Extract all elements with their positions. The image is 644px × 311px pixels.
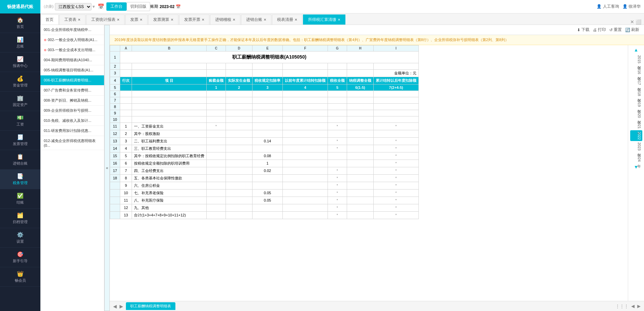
sidebar-item-ledger[interactable]: 📊总账 (0, 33, 40, 53)
company-select[interactable]: 江西股宝-LSS (55, 3, 92, 10)
tab-check[interactable]: 进销稽核✕ (210, 14, 240, 25)
tab-invoice-calc[interactable]: 发票测算✕ (148, 14, 178, 25)
left-panel-item-009[interactable]: 009-企业所得税弥补亏损明... (40, 106, 104, 116)
year-item-2019年[interactable]: 2019年 (630, 97, 642, 108)
header-row-1: 4行次项 目账载金额实际发生金额税收规定扣除率以前年度累计结转扣除额税收全额纳税… (110, 77, 419, 84)
tab-invoice[interactable]: 发票✕ (125, 14, 147, 25)
table-row: 6 (110, 91, 419, 97)
year-item-2015年[interactable]: 2015年 (630, 54, 642, 65)
table-row: 3金额单位：元 (110, 69, 419, 77)
tab-purchase[interactable]: 进销台账✕ (241, 14, 271, 25)
year-item-2022年[interactable]: 2022年 (630, 130, 642, 141)
sidebar-item-fund[interactable]: 💰资金管理 (0, 72, 40, 92)
tab-close-purchase[interactable]: ✕ (264, 18, 266, 22)
left-panel-item-011[interactable]: 011-研发费用加计扣除优惠... (40, 126, 104, 136)
sidebar-item-purchase[interactable]: 📋进销台账 (0, 150, 40, 170)
ledger-icon: 📊 (17, 36, 24, 43)
left-panel-item-007[interactable]: 007-广告费和业务宣传费明... (40, 85, 104, 96)
year-item-2023年[interactable]: 2023年 (630, 141, 642, 152)
tab-close-tax-list[interactable]: ✕ (295, 18, 297, 22)
tab-close-invoice-open[interactable]: ✕ (202, 18, 204, 22)
tab-close-salary[interactable]: ✕ (78, 18, 80, 22)
support-link[interactable]: 👤 人工客询 (597, 4, 619, 9)
sidebar-item-archive[interactable]: 🗂️归档管理 (0, 209, 40, 228)
period-label: 账期 2023-02 📅 (150, 4, 181, 9)
invoice-icon: 🧾 (17, 134, 24, 140)
sidebar-item-tax[interactable]: 📑税务管理 (0, 170, 40, 189)
sidebar-item-settings[interactable]: ⚙️设置 (0, 228, 40, 248)
tab-home[interactable]: 首页 (40, 14, 59, 25)
year-item-2021年[interactable]: 2021年 (630, 119, 642, 130)
print-button[interactable]: 🖨 打印 (593, 27, 606, 33)
tab-tax-list[interactable]: 税表清册✕ (272, 14, 302, 25)
sidebar-item-report[interactable]: 📈报表中心 (0, 53, 40, 72)
tab-close-invoice[interactable]: ✕ (140, 18, 142, 22)
tab-close-income-tax[interactable]: ✕ (338, 18, 340, 22)
table-row: 13合计(1+3+4+7+8+9+10+11+12)** (110, 211, 419, 219)
year-item-2017年[interactable]: 2017年 (630, 75, 642, 86)
left-panel-item-001[interactable]: 001-企业所得税年度纳税申... (40, 25, 104, 35)
left-panel-item-008[interactable]: 008-资产折旧、摊销及纳税... (40, 96, 104, 106)
table-row: 133二、职工福利费支出0.14** (110, 137, 419, 145)
sheet-next-icon[interactable]: ▶ (120, 304, 123, 309)
tab-close-all-icon[interactable]: ✕ (630, 19, 634, 25)
report-icon: 📈 (17, 56, 24, 62)
guide-icon: 🎯 (17, 251, 24, 257)
table-row: 188五、各类基本社会保障性缴款** (110, 174, 419, 182)
tab-salary-report[interactable]: 工资统计报表✕ (86, 14, 125, 25)
left-panel-item-012[interactable]: 012-减免企业所得税优惠明细表(0... (40, 136, 104, 150)
company-dropdown-icon[interactable]: ▼ (92, 4, 96, 9)
company-prefix: (勿删) (44, 4, 54, 9)
tab-invoice-open[interactable]: 发票开票✕ (179, 14, 209, 25)
salary-icon: 💵 (17, 114, 24, 121)
left-panel-item-005[interactable]: 005-纳税调整项目明细表(A1... (40, 65, 104, 75)
refresh-button[interactable]: 🔄 刷新 (625, 27, 639, 33)
year-item-2020年[interactable]: 2020年 (630, 108, 642, 119)
left-panel-item-010[interactable]: 010-免税、减收收入及加计... (40, 116, 104, 126)
sidebar-item-close[interactable]: ✅结账 (0, 189, 40, 209)
table-row: 9 (110, 110, 419, 116)
tab-close-salary-report[interactable]: ✕ (117, 18, 120, 22)
sidebar-item-home[interactable]: 🏠首页 (0, 13, 40, 33)
sidebar-item-salary[interactable]: 💵工资 (0, 111, 40, 131)
sidebar-item-guide[interactable]: 🎯新手引导 (0, 248, 40, 267)
sidebar-item-invoice[interactable]: 🧾发票管理 (0, 131, 40, 150)
bottom-tab-salary[interactable]: 职工薪酬纳税调整明细表 (126, 302, 175, 310)
left-panel-item-003[interactable]: ⊗003-一般企业成本支出明细... (40, 45, 104, 55)
asset-icon: 🏢 (17, 95, 24, 101)
col-header-row: ABCDEFGHI (110, 45, 419, 51)
year-panel: ▲ 2015年2016年2017年2018年2019年2020年2021年202… (628, 45, 644, 301)
sheet-scroll-right-icon[interactable]: ▶ (637, 304, 641, 309)
sheet-prev-icon[interactable]: ◀ (113, 304, 117, 309)
year-down-icon[interactable]: ▼ (633, 164, 639, 170)
left-panel-item-004[interactable]: 004-期间费用明细表(A1040... (40, 55, 104, 65)
tab-salary[interactable]: 工资表✕ (59, 14, 86, 25)
switch-version-button[interactable]: 切到旧版 (127, 2, 150, 11)
table-row: 12九、其他** (110, 204, 419, 211)
year-up-icon[interactable]: ▲ (633, 46, 639, 53)
sidebar-item-asset[interactable]: 🏢固定资产 (0, 92, 40, 111)
left-panel-item-006[interactable]: 006-职工薪酬纳税调整明细... (40, 75, 104, 85)
table-wrapper[interactable]: ABCDEFGHI1职工薪酬纳税调整明细表(A105050)23金额单位：元4行… (110, 45, 628, 301)
sheet-scroll-left-icon[interactable]: ◀ (631, 304, 635, 309)
year-item-2024年[interactable]: 2024年 (630, 152, 642, 163)
year-item-2018年[interactable]: 2018年 (630, 87, 642, 97)
left-panel-item-002[interactable]: ⊗002-一般企业收入明细表(A1... (40, 35, 104, 45)
collapse-button[interactable]: « (104, 25, 110, 311)
sidebar-item-member[interactable]: 👑畅会员 (0, 267, 40, 287)
period-edit-icon[interactable]: 📅 (176, 4, 181, 9)
left-panel: 001-企业所得税年度纳税申...⊗002-一般企业收入明细表(A1...⊗00… (40, 25, 104, 311)
year-item-2016年[interactable]: 2016年 (630, 65, 642, 75)
tab-close-invoice-calc[interactable]: ✕ (171, 18, 173, 22)
calendar-icon[interactable]: 📅 (98, 3, 104, 10)
download-button[interactable]: ⬇ 下载 (577, 27, 589, 33)
user-avatar[interactable]: 👤 徐泽华 (622, 4, 641, 9)
sheet-menu-icon[interactable]: ⋮⋮⋮ (615, 304, 629, 309)
tab-maximize-icon[interactable]: ⬜ (636, 19, 641, 25)
reset-button[interactable]: ↺ 重置 (609, 27, 622, 33)
tab-income-tax[interactable]: 所得税汇算清缴✕ (303, 14, 345, 25)
workbench-button[interactable]: 工作台 (106, 2, 127, 11)
archive-icon: 🗂️ (17, 212, 24, 218)
tab-close-check[interactable]: ✕ (233, 18, 235, 22)
table-row: 11八、补充医疗保险0.05** (110, 197, 419, 204)
